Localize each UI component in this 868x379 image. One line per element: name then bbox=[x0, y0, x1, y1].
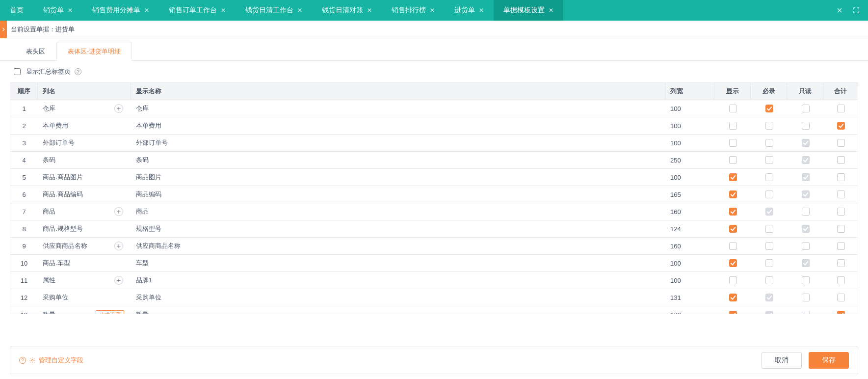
table-row[interactable]: 10商品.车型车型100 bbox=[10, 255, 858, 272]
cancel-button[interactable]: 取消 bbox=[762, 352, 802, 369]
cell-display-name[interactable]: 仓库 bbox=[131, 101, 665, 116]
cell-width[interactable]: 250 bbox=[665, 154, 714, 167]
table-row[interactable]: 8商品.规格型号规格型号124 bbox=[10, 220, 858, 238]
show-checkbox[interactable] bbox=[729, 276, 737, 284]
required-checkbox[interactable] bbox=[765, 105, 773, 112]
top-tab[interactable]: 销售订单工作台✕ bbox=[159, 0, 236, 21]
add-child-column-button[interactable]: + bbox=[114, 276, 123, 285]
table-row[interactable]: 5商品.商品图片商品图片100 bbox=[10, 169, 858, 186]
total-checkbox[interactable] bbox=[837, 122, 845, 130]
table-row[interactable]: 12采购单位采购单位131 bbox=[10, 289, 858, 306]
save-button[interactable]: 保存 bbox=[809, 352, 849, 369]
show-checkbox[interactable] bbox=[729, 294, 737, 301]
table-row[interactable]: 1仓库+仓库100 bbox=[10, 100, 858, 117]
expand-handle[interactable] bbox=[0, 21, 7, 38]
cell-display-name[interactable]: 商品图片 bbox=[131, 170, 665, 185]
fullscreen-button[interactable] bbox=[849, 3, 863, 17]
close-icon[interactable]: ✕ bbox=[549, 7, 553, 13]
cell-width[interactable]: 100 bbox=[665, 119, 714, 133]
cell-display-name[interactable]: 商品 bbox=[131, 204, 665, 219]
close-icon[interactable]: ✕ bbox=[479, 7, 484, 13]
total-checkbox[interactable] bbox=[837, 225, 845, 233]
manage-custom-fields-link[interactable]: ? 管理自定义字段 bbox=[19, 356, 83, 365]
readonly-checkbox[interactable] bbox=[802, 294, 810, 301]
add-child-column-button[interactable]: + bbox=[114, 242, 123, 250]
top-tab[interactable]: 钱货日清工作台✕ bbox=[236, 0, 312, 21]
cell-display-name[interactable]: 采购单位 bbox=[131, 290, 665, 305]
required-checkbox[interactable] bbox=[765, 276, 773, 284]
help-icon[interactable]: ? bbox=[19, 357, 26, 364]
total-checkbox[interactable] bbox=[837, 294, 845, 301]
cell-width[interactable]: 124 bbox=[665, 222, 714, 236]
cell-width[interactable]: 100 bbox=[665, 308, 714, 314]
total-checkbox[interactable] bbox=[837, 276, 845, 284]
top-tab[interactable]: 销售费用分摊单✕ bbox=[82, 0, 159, 21]
required-checkbox[interactable] bbox=[765, 190, 773, 198]
total-checkbox[interactable] bbox=[837, 259, 845, 267]
cell-width[interactable]: 165 bbox=[665, 188, 714, 201]
total-checkbox[interactable] bbox=[837, 173, 845, 181]
required-checkbox[interactable] bbox=[765, 122, 773, 130]
table-body[interactable]: 1仓库+仓库1002本单费用本单费用1003外部订单号外部订单号1004条码条码… bbox=[10, 100, 858, 314]
close-icon[interactable]: ✕ bbox=[68, 7, 73, 13]
required-checkbox[interactable] bbox=[765, 225, 773, 233]
table-row[interactable]: 3外部订单号外部订单号100 bbox=[10, 135, 858, 152]
table-row[interactable]: 7商品+商品160 bbox=[10, 203, 858, 220]
cell-display-name[interactable]: 车型 bbox=[131, 256, 665, 271]
show-summary-tab-checkbox[interactable] bbox=[14, 68, 21, 75]
show-checkbox[interactable] bbox=[729, 259, 737, 267]
show-checkbox[interactable] bbox=[729, 122, 737, 130]
total-checkbox[interactable] bbox=[837, 208, 845, 216]
readonly-checkbox[interactable] bbox=[802, 122, 810, 130]
show-checkbox[interactable] bbox=[729, 225, 737, 233]
readonly-checkbox[interactable] bbox=[802, 242, 810, 250]
cell-width[interactable]: 100 bbox=[665, 257, 714, 270]
tab-body-area[interactable]: 表体区-进货单明细 bbox=[56, 42, 132, 61]
close-icon[interactable]: ✕ bbox=[430, 7, 435, 13]
readonly-checkbox[interactable] bbox=[802, 208, 810, 216]
required-checkbox[interactable] bbox=[765, 242, 773, 250]
required-checkbox[interactable] bbox=[765, 156, 773, 164]
top-tab[interactable]: 进货单✕ bbox=[445, 0, 494, 21]
tab-header-area[interactable]: 表头区 bbox=[15, 42, 56, 61]
required-checkbox[interactable] bbox=[765, 139, 773, 147]
top-tab[interactable]: 钱货日清对账✕ bbox=[312, 0, 382, 21]
help-icon[interactable]: ? bbox=[75, 68, 81, 75]
show-checkbox[interactable] bbox=[729, 105, 737, 112]
total-checkbox[interactable] bbox=[837, 156, 845, 164]
cell-display-name[interactable]: 供应商商品名称 bbox=[131, 239, 665, 253]
required-checkbox[interactable] bbox=[765, 259, 773, 267]
cell-display-name[interactable]: 外部订单号 bbox=[131, 135, 665, 150]
cell-display-name[interactable]: 条码 bbox=[131, 153, 665, 167]
readonly-checkbox[interactable] bbox=[802, 311, 810, 314]
show-checkbox[interactable] bbox=[729, 139, 737, 147]
table-row[interactable]: 9供应商商品名称+供应商商品名称160 bbox=[10, 238, 858, 255]
top-tab[interactable]: 销售排行榜✕ bbox=[382, 0, 445, 21]
table-row[interactable]: 4条码条码250 bbox=[10, 152, 858, 169]
close-icon[interactable]: ✕ bbox=[221, 7, 226, 13]
show-checkbox[interactable] bbox=[729, 173, 737, 181]
add-child-column-button[interactable]: + bbox=[114, 104, 123, 113]
total-checkbox[interactable] bbox=[837, 311, 845, 314]
cell-width[interactable]: 100 bbox=[665, 274, 714, 287]
cell-display-name[interactable]: 数量 bbox=[131, 307, 665, 314]
top-tab[interactable]: 单据模板设置✕ bbox=[494, 0, 563, 21]
close-icon[interactable]: ✕ bbox=[367, 7, 372, 13]
cell-width[interactable]: 131 bbox=[665, 291, 714, 304]
table-row[interactable]: 13数量公式设置数量100 bbox=[10, 306, 858, 314]
table-row[interactable]: 11属性+品牌1100 bbox=[10, 272, 858, 289]
table-row[interactable]: 6商品.商品编码商品编码165 bbox=[10, 186, 858, 203]
total-checkbox[interactable] bbox=[837, 190, 845, 198]
required-checkbox[interactable] bbox=[765, 173, 773, 181]
show-checkbox[interactable] bbox=[729, 156, 737, 164]
add-child-column-button[interactable]: + bbox=[114, 207, 123, 216]
top-tab[interactable]: 销货单✕ bbox=[33, 0, 82, 21]
show-checkbox[interactable] bbox=[729, 190, 737, 198]
close-all-tabs-button[interactable] bbox=[833, 3, 846, 17]
top-tab[interactable]: 首页 bbox=[0, 0, 33, 21]
cell-width[interactable]: 100 bbox=[665, 102, 714, 115]
show-checkbox[interactable] bbox=[729, 208, 737, 216]
cell-width[interactable]: 100 bbox=[665, 136, 714, 150]
cell-width[interactable]: 160 bbox=[665, 240, 714, 253]
close-icon[interactable]: ✕ bbox=[297, 7, 302, 13]
